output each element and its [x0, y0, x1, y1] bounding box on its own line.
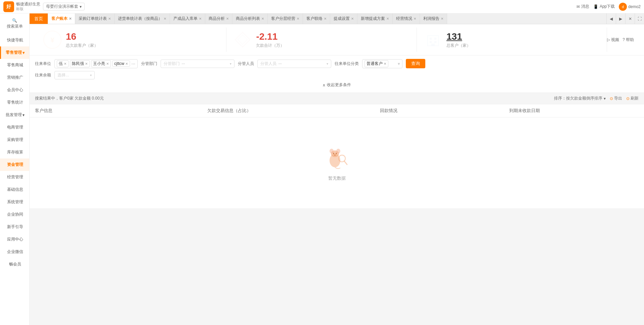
sidebar-item-system[interactable]: 系统管理 [0, 196, 29, 208]
tab-purchase-stats-by-product[interactable]: 进货单统计表（按商品） ✕ [115, 13, 170, 24]
sidebar-item-ecommerce[interactable]: 电商管理 [0, 121, 29, 134]
user-menu[interactable]: d demo2 [619, 3, 641, 11]
sidebar-item-enterprise-wechat[interactable]: 企业微信 [0, 246, 29, 258]
filter-tag-cjttcw[interactable]: cjttcw ✕ [112, 61, 130, 67]
export-button[interactable]: ⊙ 导出 [610, 96, 622, 101]
sidebar-item-member2[interactable]: 畅会员 [0, 258, 29, 270]
filter-tag-close-cjttcw[interactable]: ✕ [125, 62, 128, 66]
tab-product-analysis-list[interactable]: 商品分析列表 ✕ [232, 13, 268, 24]
message-button[interactable]: ✉ 消息 [576, 4, 589, 9]
sidebar-item-member[interactable]: 会员中心 [0, 84, 29, 96]
tab-close-icon[interactable]: ✕ [297, 17, 299, 21]
filter-dept-select[interactable]: 分管部门 ··· ▾ [161, 60, 234, 68]
filter-tag-wu[interactable]: 伍 ✕ [57, 60, 69, 67]
stat-total-customers: 131 总客户（家） [417, 28, 607, 52]
filter-tag-close-normal[interactable]: ✕ [384, 62, 386, 66]
filter-more-icon[interactable]: ··· [131, 61, 135, 66]
message-icon: ✉ [576, 4, 580, 9]
sidebar-item-quick-nav[interactable]: 快捷导航 [0, 34, 29, 46]
filter-unit-tags[interactable]: 伍 ✕ 陈民强 ✕ 王小亮 ✕ cjttcw ✕ [54, 59, 138, 68]
tab-customer-layering[interactable]: 客户分层经营 ✕ [268, 13, 303, 24]
tab-customer-ledger[interactable]: 客户账本 ✕ [48, 13, 75, 24]
page-content: ¥ 16 总欠款客户（家） [30, 24, 644, 325]
help-button[interactable]: ? 帮助 [622, 37, 634, 43]
stat-total-debtors: ¥ 16 总欠款客户（家） [36, 28, 226, 52]
filter-tag-wangxiaoliang[interactable]: 王小亮 ✕ [91, 60, 111, 67]
video-help-button[interactable]: ▷ 视频 [607, 37, 619, 43]
logo-icon: 好 [3, 1, 14, 12]
svg-rect-7 [430, 41, 432, 43]
tab-commission-settings[interactable]: 提成设置 ✕ [330, 13, 357, 24]
mobile-icon: 📱 [593, 4, 598, 9]
sidebar-item-marketing[interactable]: 营销推广 [0, 71, 29, 84]
sidebar-item-purchase[interactable]: 采购管理 [0, 134, 29, 146]
tab-purchase-order-stats[interactable]: 采购订单统计表 ✕ [75, 13, 115, 24]
svg-marker-3 [238, 35, 247, 44]
chevron-down-icon: ▾ [90, 73, 92, 77]
tab-close-icon[interactable]: ✕ [414, 17, 416, 21]
sidebar-item-finance[interactable]: 资金管理 [0, 158, 29, 171]
sidebar-item-enterprise-collab[interactable]: 企业协同 [0, 208, 29, 221]
search-icon: 🔍 [12, 18, 17, 23]
chevron-down-icon: ▾ [230, 62, 231, 66]
sidebar-item-inventory[interactable]: 库存核算 [0, 146, 29, 158]
tab-close-all-button[interactable]: ✕ [625, 13, 635, 24]
tab-add-commission-plan[interactable]: 新增提成方案 ✕ [357, 13, 393, 24]
collapse-button[interactable]: ∧ 收起更多条件 [323, 81, 351, 89]
tab-home[interactable]: 首页 [30, 13, 48, 24]
filter-tag-normal-customer[interactable]: 普通客户 ✕ [364, 60, 388, 67]
tab-bar: 首页 客户账本 ✕ 采购订单统计表 ✕ 进货单统计表（按商品） ✕ 产成品入库单… [30, 13, 644, 24]
result-info: 搜索结果中，客户0家 欠款金额 0.00元 [35, 96, 104, 101]
filter-unit-type-label: 往来单位分类 [335, 61, 359, 67]
tab-next-button[interactable]: ▶ [616, 13, 625, 24]
sidebar-item-retail-mall[interactable]: 零售商城 [0, 59, 29, 71]
filter-person-more-icon[interactable]: ··· [278, 61, 282, 66]
filter-tag-chenminqiang[interactable]: 陈民强 ✕ [70, 60, 90, 67]
chevron-down-icon: ▾ [398, 61, 400, 66]
sort-selector[interactable]: 排序：按欠款金额倒序排序 ▾ [554, 96, 606, 101]
tab-close-icon[interactable]: ✕ [261, 17, 264, 21]
tab-close-icon[interactable]: ✕ [199, 17, 202, 21]
sidebar-item-new-guide[interactable]: 新手引导 [0, 221, 29, 233]
sidebar-item-operations[interactable]: 经营管理 [0, 171, 29, 183]
refresh-button[interactable]: ⊙ 刷新 [626, 96, 639, 101]
tab-customer-contact[interactable]: 客户联络 ✕ [303, 13, 330, 24]
svg-point-14 [333, 153, 334, 154]
tab-profit-report[interactable]: 利润报告 ✕ [420, 13, 447, 24]
sidebar-item-wholesale[interactable]: 批发管理 ▾ [0, 109, 29, 121]
app-download-button[interactable]: 📱 App下载 [593, 4, 615, 9]
tab-product-analysis[interactable]: 商品分析 ✕ [205, 13, 232, 24]
tab-close-icon[interactable]: ✕ [69, 17, 72, 21]
filter-unit-type-tags[interactable]: 普通客户 ✕ ▾ [362, 59, 402, 68]
filter-person-select[interactable]: 分管人员 ··· ▾ [257, 60, 331, 68]
query-button[interactable]: 查询 [406, 59, 425, 68]
tab-close-icon[interactable]: ✕ [108, 17, 111, 21]
export-icon: ⊙ [610, 96, 613, 101]
chevron-up-icon: ∧ [323, 83, 326, 87]
building-icon [424, 30, 442, 49]
tab-close-icon[interactable]: ✕ [351, 17, 354, 21]
demo-selector[interactable]: 母婴行业演示帐套 ▾ [43, 3, 85, 10]
filter-balance-select[interactable]: 选择... ▾ [54, 71, 95, 79]
filter-dept-more-icon[interactable]: ··· [182, 61, 185, 66]
tab-close-icon[interactable]: ✕ [441, 17, 443, 21]
tab-prev-button[interactable]: ◀ [606, 13, 616, 24]
filter-tag-close-wang[interactable]: ✕ [106, 62, 109, 66]
tab-expand-button[interactable]: ⛶ [635, 13, 644, 24]
tab-close-icon[interactable]: ✕ [164, 17, 166, 21]
stat-debtor-count: 16 [66, 31, 98, 42]
search-menu-button[interactable]: 🔍 搜索菜单 [3, 16, 27, 31]
tab-finished-goods[interactable]: 产成品入库单 ✕ [170, 13, 205, 24]
sidebar-item-retail-stats[interactable]: 零售统计 [0, 96, 29, 109]
tab-close-icon[interactable]: ✕ [324, 17, 327, 21]
sidebar-item-basic-info[interactable]: 基础信息 [0, 183, 29, 196]
main-layout: 🔍 搜索菜单 快捷导航 零售管理 ▾ 零售商城 营销推广 会员中心 零售统计 [0, 13, 644, 325]
filter-tag-close-chen[interactable]: ✕ [85, 62, 88, 66]
tab-close-icon[interactable]: ✕ [226, 17, 229, 21]
sidebar-item-retail[interactable]: 零售管理 ▾ [0, 46, 29, 59]
filter-tag-close-wu[interactable]: ✕ [64, 62, 67, 66]
tab-operations[interactable]: 经营情况 ✕ [393, 13, 420, 24]
sidebar-item-app-center[interactable]: 应用中心 [0, 233, 29, 246]
tab-close-icon[interactable]: ✕ [386, 17, 389, 21]
stat-total-debt: -2.11 欠款合计（万） [226, 28, 417, 52]
